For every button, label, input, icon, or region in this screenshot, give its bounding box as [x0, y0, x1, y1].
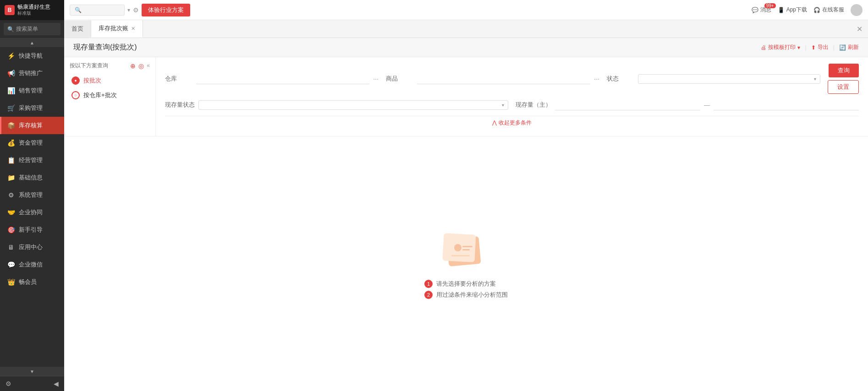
messages-btn[interactable]: 💬 消息 99+ [752, 6, 771, 14]
user-avatar[interactable] [851, 4, 863, 16]
status-select[interactable]: ▾ [638, 74, 820, 84]
footer-gear-btn[interactable]: ⚙ [5, 380, 11, 387]
add-scheme-icon[interactable]: ⊕ [130, 62, 136, 70]
stock-qty-from-input[interactable] [555, 99, 700, 110]
sidebar-item-label: 销售管理 [19, 87, 43, 95]
collapse-more-btn[interactable]: ⋀ 收起更多条件 [165, 116, 859, 130]
filter-field-status: 状态 ▾ [607, 74, 820, 84]
sidebar-item-purchase[interactable]: 🛒 采购管理 [0, 99, 64, 117]
scheme-label-warehouse-batch: 按仓库+批次 [83, 91, 117, 99]
step-num-2: 2 [424, 291, 433, 299]
sidebar-item-inventory[interactable]: 📦 库存核算 [0, 117, 64, 134]
basic-icon: 📁 [7, 174, 15, 182]
filter-field-warehouse: 仓库 ··· [165, 73, 379, 84]
online-service-label: 在线客服 [822, 6, 844, 14]
tab-home[interactable]: 首页 [64, 21, 91, 37]
status-label: 状态 [607, 75, 634, 83]
stock-status-select[interactable]: ▾ [198, 100, 508, 110]
filter-field-goods: 商品 ··· [386, 73, 599, 84]
goods-input[interactable] [417, 73, 590, 84]
collapse-scheme-icon[interactable]: « [147, 62, 150, 70]
scheme-item-warehouse-batch[interactable]: ○ 按仓库+批次 [64, 88, 155, 103]
sidebar-nav: ⚡ 快捷导航 📢 营销推广 📊 销售管理 🛒 采购管理 📦 库存核算 💰 资金管… [0, 47, 64, 367]
filter-field-stock-status: 现存量状态 ▾ [165, 100, 508, 110]
collapse-more-label: 收起更多条件 [499, 119, 532, 126]
filter-panel: 按以下方案查询 ⊕ ◎ « ● 按批次 ○ 按仓库+批次 [64, 57, 868, 136]
message-icon: 💬 [752, 7, 758, 13]
tab-close-icon[interactable]: ✕ [131, 26, 135, 32]
action-sep-2: | [833, 44, 835, 51]
svg-rect-5 [451, 255, 470, 256]
collab-icon: 🤝 [7, 208, 15, 217]
sidebar-item-wechat[interactable]: 💬 企业微信 [0, 256, 64, 273]
query-button[interactable]: 查询 [829, 64, 859, 77]
export-icon: ⬆ [811, 44, 816, 51]
app-edition: 标准版 [17, 10, 50, 16]
scroll-up-btn[interactable]: ▲ [0, 38, 64, 47]
export-btn[interactable]: ⬆ 导出 [811, 43, 829, 51]
topbar-gear-icon[interactable]: ⚙ [133, 6, 139, 14]
trial-btn[interactable]: 体验行业方案 [142, 4, 190, 16]
app-download-btn[interactable]: 📱 App下载 [778, 6, 807, 14]
print-btn[interactable]: 🖨 按模板打印 ▾ [761, 43, 800, 51]
sidebar-item-appcenter[interactable]: 🖥 应用中心 [0, 239, 64, 256]
sidebar-item-finance[interactable]: 💰 资金管理 [0, 134, 64, 152]
settings-button[interactable]: 设置 [828, 80, 859, 94]
action-buttons-col: 查询 设置 [828, 64, 859, 94]
sidebar-search[interactable]: 🔍 搜索菜单 [4, 23, 60, 35]
warehouse-input[interactable] [196, 73, 369, 84]
online-service-btn[interactable]: 🎧 在线客服 [813, 6, 844, 14]
empty-illustration [439, 228, 494, 274]
stock-qty-dash: — [704, 102, 710, 109]
global-search-box[interactable]: 🔍 [70, 5, 125, 16]
sidebar-item-label: 企业微信 [19, 261, 43, 269]
sidebar-item-collab[interactable]: 🤝 企业协同 [0, 204, 64, 221]
sidebar-item-sales[interactable]: 📊 销售管理 [0, 82, 64, 99]
page-header: 现存量查询(按批次) 🖨 按模板打印 ▾ | ⬆ 导出 | 🔄 刷新 [64, 38, 868, 57]
sidebar-item-guide[interactable]: 🎯 新手引导 [0, 221, 64, 239]
sales-icon: 📊 [7, 87, 15, 95]
warehouse-label: 仓库 [165, 75, 192, 83]
tabs-bar: 首页 库存批次账 ✕ ✕ [64, 20, 868, 38]
sidebar-header: B 畅康通好生意 标准版 [0, 0, 64, 20]
search-chevron-icon[interactable]: ▾ [127, 7, 130, 13]
member-icon: 👑 [7, 278, 15, 286]
scheme-icon-batch: ● [71, 76, 80, 85]
refresh-btn[interactable]: 🔄 刷新 [839, 43, 859, 51]
empty-steps: 1 请先选择要分析的方案 2 用过滤条件来缩小分析范围 [424, 280, 508, 299]
goods-label: 商品 [386, 75, 413, 83]
quicknav-icon: ⚡ [7, 52, 15, 60]
app-name: 畅康通好生意 [17, 4, 50, 10]
filter-scheme-panel: 按以下方案查询 ⊕ ◎ « ● 按批次 ○ 按仓库+批次 [64, 57, 156, 136]
sidebar-item-label: 应用中心 [19, 243, 43, 251]
refresh-label: 刷新 [848, 43, 859, 51]
tab-inventory-batch-label: 库存批次账 [99, 24, 128, 33]
scroll-down-btn[interactable]: ▼ [0, 367, 64, 376]
scheme-item-batch[interactable]: ● 按批次 [64, 73, 155, 88]
warehouse-dots[interactable]: ··· [373, 75, 379, 82]
goods-dots[interactable]: ··· [594, 75, 599, 82]
empty-state: 1 请先选择要分析的方案 2 用过滤条件来缩小分析范围 [64, 136, 868, 391]
scheme-label-batch: 按批次 [83, 76, 101, 85]
tab-panel-close-btn[interactable]: ✕ [851, 25, 868, 33]
sidebar-item-basic[interactable]: 📁 基础信息 [0, 169, 64, 186]
sidebar-item-quicknav[interactable]: ⚡ 快捷导航 [0, 47, 64, 65]
sidebar-item-member[interactable]: 👑 畅会员 [0, 273, 64, 291]
sidebar-item-operations[interactable]: 📋 经营管理 [0, 152, 64, 169]
filter-scheme-icons: ⊕ ◎ « [130, 62, 150, 70]
footer-collapse-btn[interactable]: ◀ [54, 380, 59, 387]
filter-scheme-header: 按以下方案查询 ⊕ ◎ « [64, 62, 155, 73]
stock-qty-to-input[interactable] [714, 99, 859, 110]
tab-inventory-batch[interactable]: 库存批次账 ✕ [91, 20, 143, 38]
sidebar-item-label: 快捷导航 [19, 52, 43, 60]
sidebar-item-marketing[interactable]: 📢 营销推广 [0, 65, 64, 82]
scheme-icon-warehouse-batch: ○ [71, 91, 80, 99]
scheme-settings-icon[interactable]: ◎ [138, 62, 144, 70]
stock-qty-label: 现存量（主） [516, 101, 551, 109]
collapse-up-icon: ⋀ [492, 119, 497, 126]
app-logo: B [5, 5, 15, 15]
step-num-1: 1 [424, 280, 433, 288]
content-area: 现存量查询(按批次) 🖨 按模板打印 ▾ | ⬆ 导出 | 🔄 刷新 [64, 38, 868, 391]
empty-step-1: 1 请先选择要分析的方案 [424, 280, 508, 288]
sidebar-item-system[interactable]: ⚙ 系统管理 [0, 186, 64, 204]
